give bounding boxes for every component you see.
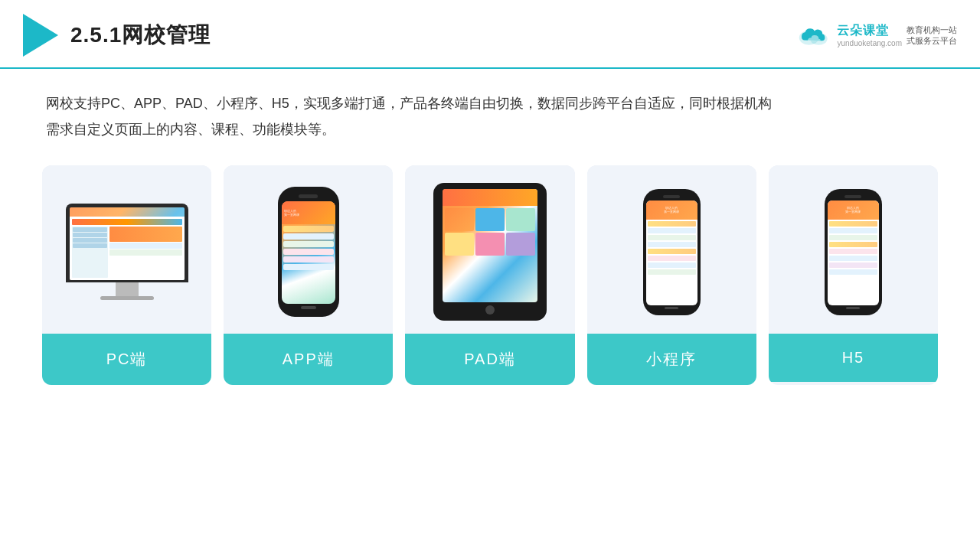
mini-phone-2-icon: 职达人的第一堂网课 [825, 189, 882, 315]
phone-mockup-icon: 职达人的第一堂网课 [278, 187, 339, 317]
header-right: 云朵课堂 yunduoketang.com 教育机构一站 式服务云平台 [795, 21, 957, 49]
mini-phone-1-icon: 职达人的第一堂网课 [643, 189, 701, 315]
brand-name: 云朵课堂 [837, 23, 889, 39]
pc-monitor-icon [66, 204, 188, 300]
card-pc: PC端 [42, 165, 211, 385]
logo-triangle-icon [23, 14, 58, 57]
page-title: 2.5.1网校管理 [70, 21, 211, 50]
description-text: 网校支持PC、APP、PAD、小程序、H5，实现多端打通，产品各终端自由切换，数… [0, 69, 903, 142]
card-pad-image [405, 165, 574, 334]
header-left: 2.5.1网校管理 [23, 14, 211, 57]
brand-text: 云朵课堂 yunduoketang.com [837, 23, 902, 47]
card-pc-image [42, 165, 211, 334]
card-app-image: 职达人的第一堂网课 [224, 165, 393, 334]
card-app: 职达人的第一堂网课 APP端 [224, 165, 393, 385]
card-h5-label: H5 [769, 334, 938, 382]
card-h5: 职达人的第一堂网课 H5 [769, 165, 938, 385]
card-pad-label: PAD端 [405, 334, 574, 385]
card-h5-image: 职达人的第一堂网课 [769, 165, 938, 334]
card-pad: PAD端 [405, 165, 574, 385]
card-pc-label: PC端 [42, 334, 211, 385]
card-app-label: APP端 [224, 334, 393, 385]
tablet-mockup-icon [433, 183, 547, 321]
cards-container: PC端 职达人的第一堂网课 [0, 142, 980, 385]
card-miniprogram-label: 小程序 [587, 334, 756, 385]
card-miniprogram: 职达人的第一堂网课 小程序 [587, 165, 756, 385]
card-miniprogram-image: 职达人的第一堂网课 [587, 165, 756, 334]
cloud-logo: 云朵课堂 yunduoketang.com 教育机构一站 式服务云平台 [795, 21, 957, 49]
brand-slogan: 教育机构一站 式服务云平台 [906, 24, 957, 47]
cloud-icon [795, 21, 832, 49]
brand-url: yunduoketang.com [837, 39, 902, 47]
header: 2.5.1网校管理 云朵课堂 yunduoketang.com 教育机构一站 式… [0, 0, 980, 69]
